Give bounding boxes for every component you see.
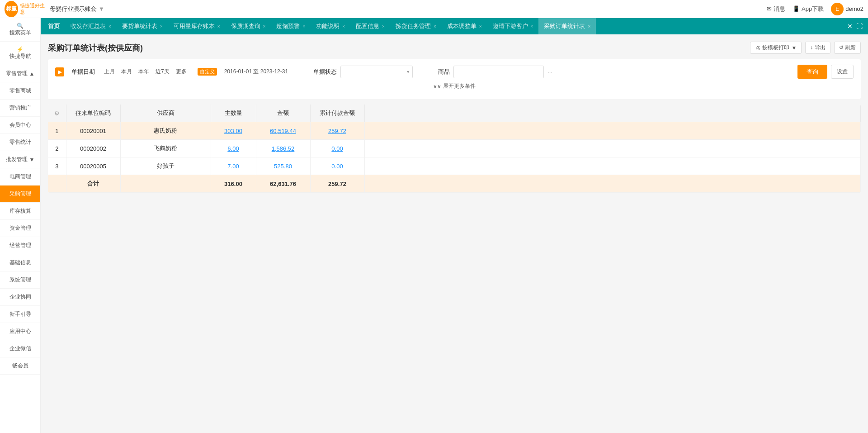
tab-cost-adj[interactable]: 成本调整单 × [442,18,487,34]
cost-adj-tab-label: 成本调整单 [447,22,476,30]
tab-picking[interactable]: 拣货任务管理 × [390,18,442,34]
th-code: 往来单位编码 [66,105,120,122]
app-download-button[interactable]: 📱 App下载 [793,5,824,13]
goods-label: 商品 [438,68,450,76]
tab-warranty[interactable]: 保质期查询 × [226,18,271,34]
cell-paid-2[interactable]: 0.00 [310,157,364,175]
app-download-label: App下载 [802,5,824,13]
workspace-selector[interactable]: 母婴行业演示账套 ▼ [50,5,767,13]
invite-tab-close[interactable]: × [531,24,533,29]
logo-text: 畅捷通好生意 [20,3,45,14]
sidebar-item-enterprise[interactable]: 企业协同 [0,289,40,306]
sidebar-item-ecommerce[interactable]: 电商管理 [0,168,40,186]
tab-purchase-stat[interactable]: 采购订单统计表 × [538,18,596,34]
status-select[interactable] [340,66,413,78]
goods-filter: 商品 ··· [438,66,552,78]
refresh-button[interactable]: ↺ 刷新 [834,42,861,54]
template-print-button[interactable]: 🖨 按模板打印 ▼ [750,42,802,54]
cell-amount-2[interactable]: 525.80 [256,157,310,175]
tab-collection[interactable]: 收发存汇总表 × [65,18,117,34]
sidebar-item-wholesale[interactable]: 批发管理 ▼ [0,151,40,168]
invite-tab-label: 邀请下游客户 [493,22,528,30]
tab-invite[interactable]: 邀请下游客户 × [487,18,539,34]
message-button[interactable]: ✉ 消息 [767,5,785,13]
shortcut-this-year[interactable]: 本年 [137,67,151,76]
sidebar-item-quick[interactable]: ⚡ 快捷导航 [0,42,40,65]
user-profile[interactable]: E demo2 [831,3,863,15]
wholesale-arrow-icon: ▼ [29,157,35,163]
sidebar-item-system[interactable]: 系统管理 [0,271,40,289]
cell-amount-0[interactable]: 60,519.44 [256,122,310,140]
cost-adj-tab-close[interactable]: × [479,24,482,29]
cell-qty-0[interactable]: 303.00 [211,122,256,140]
sidebar-item-retail[interactable]: 零售管理 ▲ [0,65,40,82]
help-tab-close[interactable]: × [342,24,345,29]
shortcut-7days[interactable]: 近7天 [154,67,171,76]
settings-button[interactable]: 设置 [831,65,854,79]
sidebar-item-member2[interactable]: 畅会员 [0,357,40,375]
picking-tab-label: 拣货任务管理 [396,22,431,30]
export-icon: ↓ [810,44,813,51]
sidebar-item-newguide[interactable]: 新手引导 [0,306,40,323]
gear-icon[interactable]: ⚙ [54,110,60,117]
tab-home[interactable]: 首页 [42,18,65,34]
quick-icon: ⚡ [2,46,38,52]
warranty-tab-close[interactable]: × [263,24,266,29]
sidebar-item-retail-shop[interactable]: 零售商城 [0,82,40,100]
th-extra [364,105,861,122]
picking-tab-close[interactable]: × [434,24,436,29]
filter-toggle-button[interactable]: ▶ [55,67,64,76]
retail-arrow-icon: ▲ [29,71,35,77]
sidebar-item-appcenter[interactable]: 应用中心 [0,323,40,340]
tab-help[interactable]: 功能说明 × [311,18,350,34]
expand-label: 展开更多条件 [443,82,476,90]
cell-paid-1[interactable]: 0.00 [310,140,364,157]
expand-more-button[interactable]: ∨∨ 展开更多条件 [433,82,476,90]
template-arrow-icon: ▼ [791,45,797,51]
page-content: 采购订单统计表(按供应商) 🖨 按模板打印 ▼ ↓ 导出 ↺ [41,34,868,433]
query-button[interactable]: 查询 [797,65,827,79]
config-tab-close[interactable]: × [382,24,385,29]
cell-qty-2[interactable]: 7.00 [211,157,256,175]
help-tab-label: 功能说明 [316,22,340,30]
stock-ledger-tab-close[interactable]: × [217,24,220,29]
sidebar-item-basic[interactable]: 基础信息 [0,254,40,271]
th-qty: 主数量 [211,105,256,122]
cell-amount-1[interactable]: 1,586.52 [256,140,310,157]
footer-label: 合计 [66,175,120,193]
overstock-tab-close[interactable]: × [302,24,305,29]
message-label: 消息 [774,5,785,13]
export-button[interactable]: ↓ 导出 [805,42,830,54]
goods-more-icon[interactable]: ··· [547,68,552,75]
sidebar-item-finance[interactable]: 资金管理 [0,220,40,237]
table-row[interactable]: 2 00020002 飞鹤奶粉 6.00 1,586.52 0.00 [48,140,861,157]
goods-input[interactable] [453,66,544,78]
th-supplier: 供应商 [120,105,211,122]
cell-supplier-0: 惠氏奶粉 [120,122,211,140]
tab-overstock[interactable]: 超储预警 × [271,18,311,34]
sidebar-item-wecom[interactable]: 企业微信 [0,340,40,357]
sidebar-item-operations[interactable]: 经营管理 [0,237,40,254]
sidebar-item-inventory[interactable]: 库存核算 [0,203,40,220]
table-row[interactable]: 3 00020005 好孩子 7.00 525.80 0.00 [48,157,861,175]
cell-code-1: 00020002 [66,140,120,157]
tab-order-stat[interactable]: 要货单统计表 × [117,18,168,34]
sidebar-item-marketing[interactable]: 营销推广 [0,100,40,117]
order-stat-tab-close[interactable]: × [160,24,163,29]
tab-config[interactable]: 配置信息 × [350,18,390,34]
shortcut-last-month[interactable]: 上月 [102,67,117,76]
shortcut-more[interactable]: 更多 [174,67,189,76]
sidebar-item-member[interactable]: 会员中心 [0,117,40,134]
tab-stock-ledger[interactable]: 可用量库存账本 × [168,18,226,34]
sidebar-item-search[interactable]: 🔍 搜索英单 [0,18,40,42]
sidebar-item-purchase[interactable]: 采购管理 [0,186,40,203]
shortcut-this-month[interactable]: 本月 [119,67,134,76]
purchase-stat-tab-close[interactable]: × [588,24,590,29]
close-all-icon[interactable]: ✕ [847,23,853,30]
cell-paid-0[interactable]: 259.72 [310,122,364,140]
sidebar-item-retail-stat[interactable]: 零售统计 [0,134,40,151]
collection-tab-close[interactable]: × [108,24,111,29]
maximize-icon[interactable]: ⛶ [856,23,863,30]
table-row[interactable]: 1 00020001 惠氏奶粉 303.00 60,519.44 259.72 [48,122,861,140]
cell-qty-1[interactable]: 6.00 [211,140,256,157]
